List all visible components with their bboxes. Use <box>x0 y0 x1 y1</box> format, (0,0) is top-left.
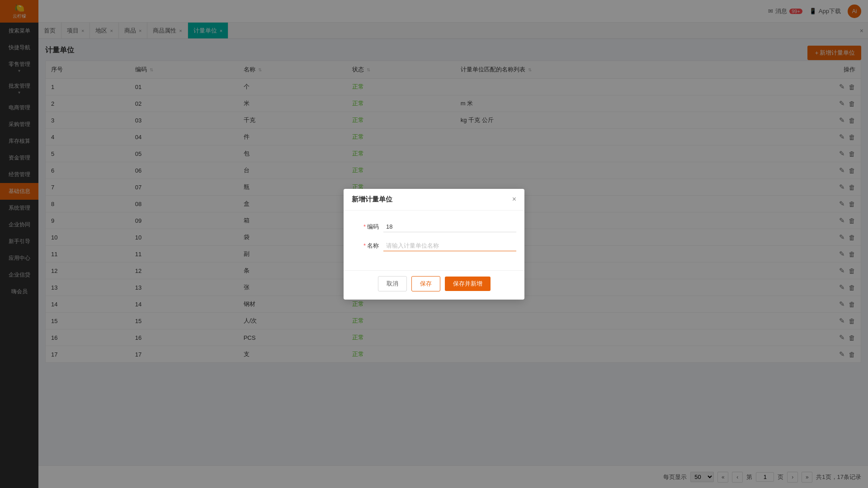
save-button[interactable]: 保存 <box>411 276 440 291</box>
add-measure-unit-modal: 新增计量单位 × *编码 *名称 取消 保存 保存并新增 <box>344 189 524 300</box>
name-input[interactable] <box>383 240 516 251</box>
modal-title: 新增计量单位 <box>352 195 392 204</box>
save-and-new-button[interactable]: 保存并新增 <box>445 277 491 291</box>
form-row-code: *编码 <box>352 221 516 232</box>
name-label: *名称 <box>352 242 379 250</box>
form-row-name: *名称 <box>352 240 516 251</box>
code-label: *编码 <box>352 223 379 231</box>
modal-close-button[interactable]: × <box>512 195 516 203</box>
code-input[interactable] <box>383 221 516 232</box>
modal-overlay: 新增计量单位 × *编码 *名称 取消 保存 保存并新增 <box>0 0 868 488</box>
cancel-button[interactable]: 取消 <box>378 276 407 291</box>
modal-header: 新增计量单位 × <box>344 189 524 211</box>
modal-footer: 取消 保存 保存并新增 <box>344 270 524 300</box>
modal-body: *编码 *名称 <box>344 211 524 270</box>
